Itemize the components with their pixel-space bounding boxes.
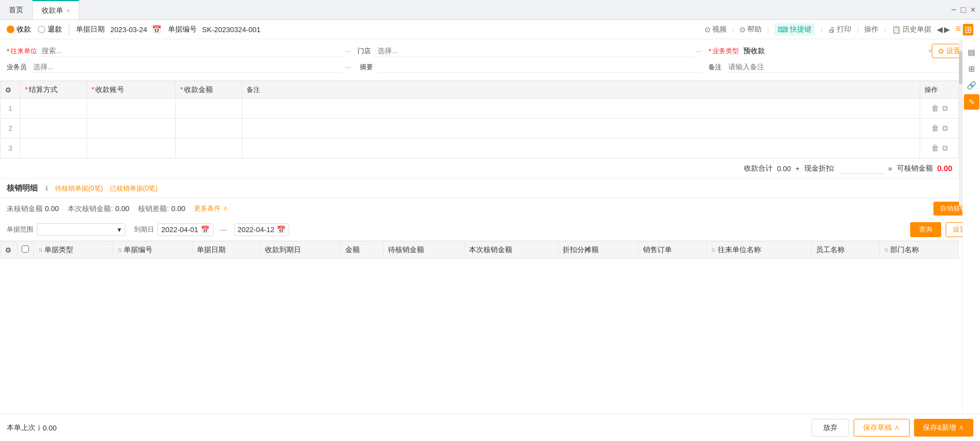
account-input[interactable] <box>91 144 171 152</box>
partner-input[interactable] <box>39 45 342 57</box>
btn-print[interactable]: 🖨 打印 <box>828 24 851 34</box>
row-amount[interactable] <box>176 139 242 158</box>
store-label: 门店 <box>358 47 371 56</box>
row-remark[interactable] <box>242 139 920 158</box>
amount-input[interactable] <box>180 144 237 152</box>
row-settlement[interactable] <box>21 99 87 119</box>
store-more-btn[interactable]: ··· <box>696 47 702 55</box>
summary-input[interactable] <box>377 61 702 73</box>
sum-discount-input[interactable] <box>839 163 884 174</box>
calendar-icon[interactable]: 📅 <box>152 25 161 34</box>
save-draft-button[interactable]: 保存草稿 ∧ <box>854 419 910 437</box>
btn-help[interactable]: ⊙ 帮助 <box>739 24 762 34</box>
right-panel: ▤ ⊞ 🔗 ✎ <box>962 40 980 437</box>
tab-home[interactable]: 首页 <box>0 0 32 19</box>
partner-more-btn[interactable]: ··· <box>344 47 351 55</box>
col-account-header: *收款账号 <box>87 81 176 99</box>
remark-input-row[interactable] <box>247 144 915 152</box>
row-remark[interactable] <box>242 99 920 119</box>
btn-video[interactable]: ⊙ 视频 <box>705 24 727 34</box>
row-op-col: 🗑 ⧉ <box>920 139 959 158</box>
settlement-input[interactable] <box>25 144 82 152</box>
row-delete-icon[interactable]: 🗑 <box>931 124 939 133</box>
panel-icon-edit[interactable]: ✎ <box>964 94 979 110</box>
row-amount[interactable] <box>176 119 242 139</box>
window-maximize[interactable]: □ <box>961 5 966 15</box>
row-copy-icon[interactable]: ⧉ <box>942 124 948 133</box>
btn-shortcut[interactable]: ⌨ 快捷键 <box>774 23 815 35</box>
remark-input-row[interactable] <box>247 104 915 112</box>
panel-icon-link[interactable]: 🔗 <box>964 78 979 93</box>
grid-view-icon[interactable]: ⊞ <box>963 24 973 35</box>
amount-input[interactable] <box>180 104 237 112</box>
btcol-checkbox[interactable] <box>17 242 34 259</box>
prev-arrow[interactable]: ◀ <box>937 25 943 34</box>
col-settings-header[interactable]: ⚙ <box>1 81 21 99</box>
window-minimize[interactable]: − <box>951 5 956 15</box>
tab-done[interactable]: 已核销单据(0笔) <box>110 184 158 193</box>
date-label: 单据日期 <box>76 24 105 34</box>
row-op-col: 🗑 ⧉ <box>920 119 959 139</box>
tab-current[interactable]: 收款单 × <box>32 0 79 19</box>
btcol-partner: ⇅ 往来单位名称 <box>707 242 811 259</box>
salesperson-more-btn[interactable]: ··· <box>344 63 351 71</box>
row-settlement[interactable] <box>21 119 87 139</box>
tab-pending[interactable]: 待核销单据(0笔) <box>55 184 103 193</box>
btn-history[interactable]: 📋 历史单据 <box>892 24 931 34</box>
settlement-input[interactable] <box>25 104 82 112</box>
row-copy-icon[interactable]: ⧉ <box>942 143 948 153</box>
btcol-number: ⇅ 单据编号 <box>113 242 192 259</box>
table-area: ⚙ *结算方式 *收款账号 *收款金额 备注 操作 <box>0 81 959 158</box>
radio-tuikuan[interactable]: 退款 <box>38 24 62 34</box>
remark-input-row[interactable] <box>247 124 915 132</box>
row-index: 3 <box>1 139 21 158</box>
tab-close-icon[interactable]: × <box>67 7 70 14</box>
scrollbar-thumb <box>959 51 962 84</box>
query-button[interactable]: 查询 <box>910 222 941 237</box>
sum-discount-label: 现金折扣: <box>804 163 835 173</box>
writeoff-header: 核销明细 ℹ 待核销单据(0笔) 已核销单据(0笔) <box>0 179 980 198</box>
abandon-button[interactable]: 放弃 <box>811 419 849 437</box>
amount-input[interactable] <box>180 124 237 132</box>
filter-date-from[interactable]: 2022-04-01 📅 <box>157 223 213 236</box>
window-close[interactable]: × <box>971 5 976 15</box>
row-amount[interactable] <box>176 99 242 119</box>
list-view-icon[interactable]: ≡ <box>956 24 961 35</box>
settlement-input[interactable] <box>25 124 82 132</box>
row-account[interactable] <box>87 139 176 158</box>
btn-operate[interactable]: 操作 <box>864 24 879 34</box>
row-account[interactable] <box>87 99 176 119</box>
btcol-settings[interactable]: ⚙ <box>1 242 17 259</box>
filter-date-to[interactable]: 2022-04-12 📅 <box>234 223 290 236</box>
btcol-employee: 员工名称 <box>811 242 880 259</box>
store-input[interactable] <box>375 45 693 57</box>
btype-required: * <box>708 47 711 55</box>
sum-available-label: 可核销金额 <box>897 163 933 173</box>
row-account[interactable] <box>87 119 176 139</box>
row-delete-icon[interactable]: 🗑 <box>931 143 939 153</box>
row-copy-icon[interactable]: ⧉ <box>942 104 948 113</box>
field-remark: 备注 <box>708 61 973 73</box>
account-input[interactable] <box>91 104 171 112</box>
row-index: 1 <box>1 99 21 119</box>
remark-input[interactable] <box>726 61 967 73</box>
btype-selector[interactable]: 预收款 ▾ <box>743 46 932 56</box>
row-remark[interactable] <box>242 119 920 139</box>
btcol-due-date: 收款到期日 <box>260 242 341 259</box>
select-all-checkbox[interactable] <box>22 245 29 253</box>
next-arrow[interactable]: ▶ <box>944 25 950 34</box>
panel-icon-grid[interactable]: ⊞ <box>964 61 979 76</box>
row-delete-icon[interactable]: 🗑 <box>931 104 939 113</box>
filter-range-select[interactable]: ▾ <box>37 223 125 236</box>
radio-shoukuan[interactable]: 收款 <box>7 24 31 34</box>
writeoff-info-icon: ℹ <box>45 184 48 192</box>
scrollbar[interactable] <box>959 40 962 206</box>
row-settlement[interactable] <box>21 139 87 158</box>
btn-video-label: 视频 <box>712 24 727 34</box>
settings-gear-icon: ⚙ <box>5 86 12 94</box>
more-filter-btn[interactable]: 更多条件 ∧ <box>194 204 228 213</box>
salesperson-input[interactable] <box>31 61 342 73</box>
account-input[interactable] <box>91 124 171 132</box>
panel-icon-table[interactable]: ▤ <box>964 44 979 60</box>
save-new-button[interactable]: 保存&新增 ∧ <box>914 419 973 437</box>
